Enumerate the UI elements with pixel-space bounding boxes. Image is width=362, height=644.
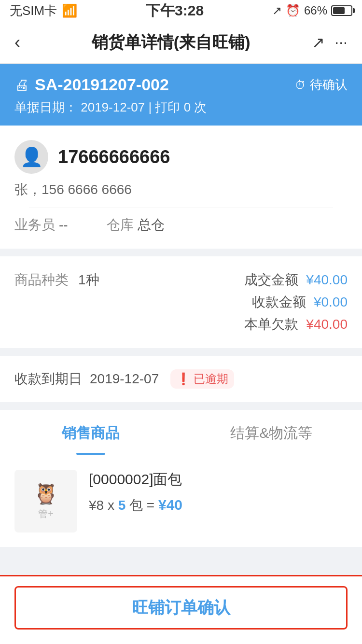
- avatar-icon: 👤: [20, 146, 43, 168]
- order-id: SA-20191207-002: [35, 75, 169, 94]
- price-unit: 包: [129, 498, 143, 513]
- due-date-section: 收款到期日 2019-12-07 ❗ 已逾期: [0, 356, 362, 402]
- clock-icon: ⏱: [294, 78, 306, 92]
- nav-actions: ↗ ···: [312, 33, 348, 52]
- receipt-value: ¥0.00: [314, 294, 348, 310]
- status-right: ↗ ⏰ 66%: [272, 4, 352, 17]
- print-suffix: 次: [194, 100, 207, 114]
- order-id-wrap: 🖨 SA-20191207-002: [14, 75, 169, 94]
- status-time: 下午3:28: [146, 1, 204, 21]
- price-total: ¥40: [158, 497, 182, 513]
- carrier-text: 无SIM卡: [10, 2, 57, 19]
- product-price: ¥8 x 5 包 = ¥40: [89, 496, 348, 515]
- customer-top: 👤 17666666666: [14, 140, 348, 174]
- warehouse-item: 仓库 总仓: [107, 216, 165, 234]
- print-label: 打印: [155, 100, 180, 114]
- tab-settlement[interactable]: 结算&物流等: [181, 410, 362, 455]
- product-info: [0000002]面包 ¥8 x 5 包 = ¥40: [89, 470, 348, 515]
- customer-section: 👤 17666666666 张，156 6666 6666 业务员 -- 仓库 …: [0, 126, 362, 249]
- plus-label: 管+: [38, 507, 54, 520]
- stats-left: 商品种类 1种: [14, 271, 99, 289]
- customer-phone: 17666666666: [58, 147, 170, 168]
- order-header-top: 🖨 SA-20191207-002 ⏱ 待确认: [14, 75, 348, 94]
- thumb-inner: 🦉 管+: [33, 482, 58, 520]
- order-header: 🖨 SA-20191207-002 ⏱ 待确认 单据日期： 2019-12-07…: [0, 64, 362, 126]
- confirm-button-label: 旺铺订单确认: [132, 597, 230, 619]
- warehouse-label: 仓库: [107, 216, 134, 234]
- tabs-bar: 销售商品 结算&物流等: [0, 410, 362, 455]
- alert-icon: ❗: [176, 372, 191, 386]
- due-value: ¥40.00: [306, 317, 348, 332]
- status-bar: 无SIM卡 📶 下午3:28 ↗ ⏰ 66%: [0, 0, 362, 21]
- battery-percent: 66%: [304, 4, 327, 17]
- location-icon: ↗: [272, 4, 282, 17]
- order-meta: 单据日期： 2019-12-07 | 打印 0 次: [14, 99, 348, 116]
- customer-meta: 业务员 -- 仓库 总仓: [14, 216, 348, 234]
- status-text: 待确认: [310, 76, 348, 93]
- order-date: 2019-12-07: [81, 100, 145, 114]
- due-label: 本单欠款: [244, 315, 298, 334]
- product-name: [0000002]面包: [89, 470, 348, 490]
- confirm-btn-wrap: 旺铺订单确认: [0, 575, 362, 644]
- warehouse-value: 总仓: [138, 216, 165, 234]
- staff-value: --: [59, 217, 68, 233]
- customer-name: 张，156 6666 6666: [14, 181, 348, 199]
- back-button[interactable]: ‹: [14, 28, 30, 57]
- page-title: 销货单详情(来自旺铺): [30, 31, 312, 54]
- stats-right: 成交金额 ¥40.00 收款金额 ¥0.00 本单欠款 ¥40.00: [244, 271, 348, 334]
- tab-products-label: 销售商品: [62, 425, 120, 441]
- deal-row: 成交金额 ¥40.00: [244, 271, 348, 289]
- price-multiply: x: [108, 498, 114, 513]
- due-date-label: 收款到期日: [14, 370, 82, 388]
- more-icon[interactable]: ···: [334, 33, 348, 51]
- stats-section: 商品种类 1种 成交金额 ¥40.00 收款金额 ¥0.00 本单欠款 ¥40.…: [0, 256, 362, 348]
- printer-icon: 🖨: [14, 77, 29, 93]
- receipt-row: 收款金额 ¥0.00: [252, 293, 348, 311]
- overdue-text: 已逾期: [194, 371, 228, 387]
- price-qty: 5: [118, 498, 126, 513]
- staff-item: 业务员 --: [14, 216, 68, 234]
- type-label: 商品种类: [14, 271, 69, 289]
- price-base: ¥8: [89, 498, 104, 513]
- confirm-button[interactable]: 旺铺订单确认: [14, 586, 348, 630]
- product-thumbnail: 🦉 管+: [14, 470, 77, 532]
- owl-icon: 🦉: [33, 482, 58, 505]
- print-count: 0: [184, 100, 191, 114]
- wifi-icon: 📶: [62, 3, 77, 18]
- overdue-badge: ❗ 已逾期: [170, 369, 234, 389]
- nav-bar: ‹ 销货单详情(来自旺铺) ↗ ···: [0, 21, 362, 64]
- order-status: ⏱ 待确认: [294, 76, 348, 93]
- deal-label: 成交金额: [244, 271, 298, 289]
- meta-date-label: 单据日期：: [14, 100, 77, 114]
- deal-value: ¥40.00: [306, 272, 348, 288]
- receipt-label: 收款金额: [252, 293, 306, 311]
- tabs-section: 销售商品 结算&物流等 🦉 管+ [0000002]面包 ¥8 x 5 包 = …: [0, 410, 362, 547]
- due-date-value: 2019-12-07: [90, 371, 159, 387]
- avatar: 👤: [14, 140, 48, 174]
- alarm-icon: ⏰: [286, 4, 300, 17]
- price-equals: =: [147, 498, 154, 513]
- status-left: 无SIM卡 📶: [10, 2, 77, 19]
- product-item: 🦉 管+ [0000002]面包 ¥8 x 5 包 = ¥40: [0, 455, 362, 547]
- share-icon[interactable]: ↗: [312, 33, 325, 52]
- battery-fill: [333, 7, 345, 14]
- tab-settlement-label: 结算&物流等: [230, 425, 312, 441]
- staff-label: 业务员: [14, 216, 55, 234]
- due-row: 本单欠款 ¥40.00: [244, 315, 348, 334]
- type-value: 1种: [78, 271, 99, 289]
- meta-separator: |: [148, 100, 155, 114]
- battery-icon: [331, 5, 352, 16]
- tab-products[interactable]: 销售商品: [0, 410, 181, 455]
